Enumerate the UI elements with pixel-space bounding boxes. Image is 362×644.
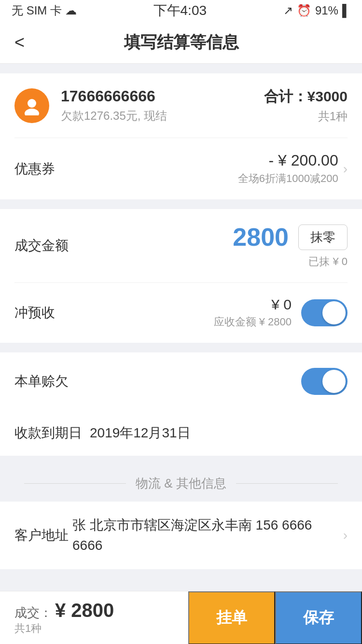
location-icon: ↗ — [283, 4, 293, 17]
user-phone: 17666666666 — [61, 87, 264, 105]
address-value: 张 北京市市辖区海淀区永丰南 156 6666 6666 — [72, 515, 338, 556]
amount-section: 成交金额 2800 抹零 已抹 ¥ 0 冲预收 ¥ 0 应收金额 ¥ 2800 — [0, 209, 362, 343]
divider-line-left — [24, 483, 126, 484]
user-info-row: 17666666666 欠款1276.35元, 现结 合计：¥3000 共1种 — [14, 73, 348, 138]
footer: 成交： ¥ 2800 共1种 挂单 保存 — [0, 591, 362, 644]
due-date-label: 收款到期日 — [14, 424, 82, 442]
back-button[interactable]: < — [14, 32, 25, 53]
avatar-icon — [22, 96, 42, 115]
divider-amount — [0, 199, 362, 209]
round-button[interactable]: 抹零 — [298, 224, 348, 250]
battery-icon: ▌ — [342, 4, 350, 17]
user-info-card: 17666666666 欠款1276.35元, 现结 合计：¥3000 共1种 … — [0, 73, 362, 199]
footer-deal-label: 成交： — [14, 604, 52, 621]
status-right: ↗ ⏰ 91% ▌ — [283, 4, 350, 17]
prepay-row: 冲预收 ¥ 0 应收金额 ¥ 2800 — [14, 283, 348, 343]
debt-card: 本单赊欠 收款到期日 2019年12月31日 — [0, 352, 362, 456]
chevron-right-icon: › — [343, 161, 348, 177]
address-row[interactable]: 客户地址 张 北京市市辖区海淀区永丰南 156 6666 6666 › — [14, 502, 348, 569]
footer-amount: ¥ 2800 — [55, 600, 114, 621]
status-bar: 无 SIM 卡 ☁ 下午4:03 ↗ ⏰ 91% ▌ — [0, 0, 362, 21]
deal-amount-right: 2800 抹零 已抹 ¥ 0 — [233, 223, 348, 269]
status-left: 无 SIM 卡 ☁ — [12, 3, 77, 18]
due-date-value: 2019年12月31日 — [90, 424, 191, 442]
alarm-icon: ⏰ — [297, 4, 311, 17]
svg-point-0 — [28, 99, 36, 108]
due-date-row: 收款到期日 2019年12月31日 — [14, 410, 348, 456]
avatar — [14, 88, 49, 123]
deal-amount-value: 2800 — [233, 223, 289, 252]
hang-button[interactable]: 挂单 — [188, 591, 275, 644]
divider-line-right — [236, 483, 338, 484]
svg-point-1 — [25, 109, 39, 115]
address-chevron-icon: › — [343, 528, 348, 543]
coupon-label: 优惠券 — [14, 160, 238, 178]
footer-count: 共1种 — [14, 621, 174, 636]
debt-label: 本单赊欠 — [14, 372, 301, 391]
user-total: 合计：¥3000 共1种 — [264, 87, 348, 124]
total-count: 共1种 — [264, 109, 348, 124]
prepay-amount: ¥ 0 — [214, 296, 292, 313]
user-subtitle: 欠款1276.35元, 现结 — [61, 108, 264, 124]
battery-label: 91% — [315, 4, 338, 17]
address-label: 客户地址 — [14, 526, 72, 545]
sim-label: 无 SIM 卡 ☁ — [12, 3, 77, 18]
save-button[interactable]: 保存 — [275, 591, 362, 644]
status-time: 下午4:03 — [153, 1, 207, 20]
nav-bar: < 填写结算等信息 — [0, 21, 362, 64]
debt-toggle[interactable] — [301, 368, 348, 395]
total-amount: 合计：¥3000 — [264, 87, 348, 107]
coupon-row[interactable]: 优惠券 - ¥ 200.00 全场6折满1000减200 › — [14, 138, 348, 199]
divider-logistics — [0, 456, 362, 465]
already-rounded: 已抹 ¥ 0 — [233, 254, 348, 269]
prepay-amount-block: ¥ 0 应收金额 ¥ 2800 — [214, 296, 292, 329]
prepay-label: 冲预收 — [14, 304, 214, 322]
coupon-description: 全场6折满1000减200 — [238, 171, 338, 186]
logistics-label: 物流 & 其他信息 — [136, 475, 226, 492]
deal-amount-row: 成交金额 2800 抹零 已抹 ¥ 0 — [14, 209, 348, 283]
coupon-right: - ¥ 200.00 全场6折满1000减200 — [238, 152, 338, 186]
footer-summary: 成交： ¥ 2800 共1种 — [0, 600, 188, 636]
divider-top — [0, 64, 362, 73]
debt-toggle-knob — [322, 370, 346, 393]
coupon-discount: - ¥ 200.00 — [238, 152, 338, 169]
divider-debt — [0, 343, 362, 352]
prepay-subtext: 应收金额 ¥ 2800 — [214, 315, 292, 329]
toggle-knob — [322, 301, 346, 324]
logistics-section-header: 物流 & 其他信息 — [0, 465, 362, 502]
prepay-right: ¥ 0 应收金额 ¥ 2800 — [214, 296, 348, 329]
deal-amount-label: 成交金额 — [14, 237, 233, 255]
debt-row: 本单赊欠 — [14, 352, 348, 410]
address-card: 客户地址 张 北京市市辖区海淀区永丰南 156 6666 6666 › — [0, 502, 362, 569]
prepay-toggle[interactable] — [301, 299, 348, 326]
page-title: 填写结算等信息 — [34, 31, 328, 54]
user-info-left: 17666666666 欠款1276.35元, 现结 — [61, 87, 264, 124]
